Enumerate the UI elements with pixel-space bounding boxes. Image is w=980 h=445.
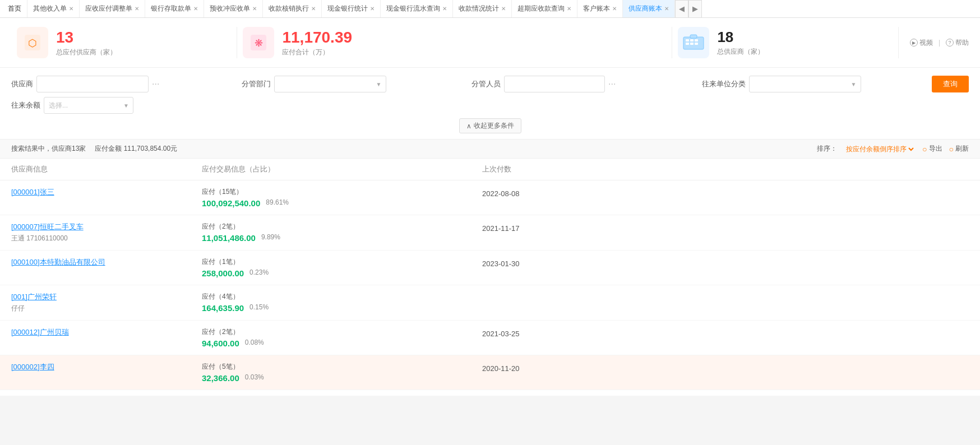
close-tab11[interactable]: ✕ <box>664 6 669 12</box>
table-row: [000002]李四 应付（5笔） 32,366.00 0.03% 2020-1… <box>0 355 980 390</box>
category-input[interactable] <box>749 76 861 92</box>
supplier-link-4[interactable]: [000012]广州贝瑞 <box>11 328 69 336</box>
close-tab4[interactable]: ✕ <box>252 6 257 12</box>
nav-tab-home[interactable]: 首页 <box>2 0 27 18</box>
supplier-link-0[interactable]: [000001]张三 <box>11 188 54 196</box>
nav-tab-9[interactable]: 超期应收款查询 ✕ <box>512 0 577 18</box>
supplier-label: 供应商 <box>11 79 33 89</box>
supplier-sub-3: 仔仔 <box>11 304 202 313</box>
video-link[interactable]: ▶ 视频 <box>910 38 933 48</box>
tx-amount-2: 258,000.00 <box>202 268 244 278</box>
nav-tab-3[interactable]: 银行存取款单 ✕ <box>145 0 204 18</box>
summary-actions: ▶ 视频 | ? 帮助 <box>899 38 969 48</box>
nav-prev-arrow[interactable]: ◀ <box>675 0 688 18</box>
nav-next-arrow[interactable]: ▶ <box>688 0 702 18</box>
balance-filter: 往来余额 ▼ <box>11 97 179 114</box>
supplier-dots-icon[interactable]: ··· <box>152 79 159 89</box>
person-dots-icon[interactable]: ··· <box>608 79 616 89</box>
nav-tab-8[interactable]: 收款情况统计 ✕ <box>453 0 512 18</box>
nav-tab-5[interactable]: 收款核销执行 ✕ <box>263 0 322 18</box>
result-summary-text: 搜索结果中，供应商13家 <box>11 144 86 154</box>
close-tab10[interactable]: ✕ <box>612 6 617 12</box>
supplier-link-1[interactable]: [000007]恒旺二手叉车 <box>11 222 84 231</box>
result-summary: 搜索结果中，供应商13家 应付金额 111,703,854.00元 <box>11 144 177 154</box>
tab9-label: 超期应收款查询 <box>517 4 565 13</box>
cell-transaction-5: 应付（5笔） 32,366.00 0.03% <box>202 362 482 383</box>
refresh-button[interactable]: ○ 刷新 <box>949 144 969 154</box>
close-tab2[interactable]: ✕ <box>135 6 139 12</box>
dept-label: 分管部门 <box>242 79 271 89</box>
card3-icon <box>678 27 709 58</box>
close-tab6[interactable]: ✕ <box>370 6 375 12</box>
category-label: 往来单位分类 <box>702 79 746 89</box>
nav-tab-6[interactable]: 现金银行统计 ✕ <box>322 0 381 18</box>
supplier-sub-1: 王通 17106110000 <box>11 234 202 243</box>
cell-supplier-4: [000012]广州贝瑞 <box>11 327 202 337</box>
table-body: [000001]张三 应付（15笔） 100,092,540.00 89.61%… <box>0 180 980 390</box>
person-filter: 分管人员 ··· <box>471 76 695 92</box>
balance-dropdown[interactable]: ▼ <box>44 97 133 114</box>
close-tab5[interactable]: ✕ <box>311 6 316 12</box>
help-link[interactable]: ? 帮助 <box>946 38 969 48</box>
table-row: [000012]广州贝瑞 应付（2笔） 94,600.00 0.08% 2021… <box>0 321 980 355</box>
tx-row-5: 32,366.00 0.03% <box>202 372 482 383</box>
tx-amount-1: 11,051,486.00 <box>202 233 256 243</box>
person-label: 分管人员 <box>471 79 501 89</box>
table-row: [000007]恒旺二手叉车 王通 17106110000 应付（2笔） 11,… <box>0 215 980 251</box>
collapse-label: 收起更多条件 <box>474 121 514 131</box>
result-bar: 搜索结果中，供应商13家 应付金额 111,703,854.00元 排序： 按应… <box>0 140 980 159</box>
card2-info: 11,170.39 应付合计（万） <box>282 28 352 58</box>
supplier-link-5[interactable]: [000002]李四 <box>11 363 54 371</box>
filter-area: 供应商 ··· 分管部门 ▼ 分管人员 ··· 往来单位分类 ▼ 查询 往来 <box>0 68 980 140</box>
query-button[interactable]: 查询 <box>932 76 969 92</box>
cell-transaction-0: 应付（15笔） 100,092,540.00 89.61% <box>202 187 482 208</box>
top-nav: 首页 其他收入单 ✕ 应收应付调整单 ✕ 银行存取款单 ✕ 预收冲应收单 ✕ 收… <box>0 0 980 18</box>
close-tab8[interactable]: ✕ <box>501 6 506 12</box>
close-tab7[interactable]: ✕ <box>442 6 447 12</box>
nav-tab-10[interactable]: 客户账本 ✕ <box>577 0 623 18</box>
category-dropdown[interactable]: ▼ <box>749 76 861 92</box>
balance-input[interactable] <box>44 97 133 114</box>
tx-amount-0: 100,092,540.00 <box>202 198 260 208</box>
nav-tab-11[interactable]: 供应商账本 ✕ <box>623 0 675 18</box>
collapse-button[interactable]: ∧ 收起更多条件 <box>459 118 521 133</box>
dept-input[interactable] <box>274 76 386 92</box>
card1-info: 13 总应付供应商（家） <box>56 28 117 58</box>
cell-supplier-5: [000002]李四 <box>11 362 202 372</box>
card3-info: 18 总供应商（家） <box>717 29 764 57</box>
svg-rect-9 <box>690 43 694 45</box>
nav-tab-2[interactable]: 应收应付调整单 ✕ <box>80 0 145 18</box>
close-tab3[interactable]: ✕ <box>193 6 198 12</box>
tx-amount-5: 32,366.00 <box>202 373 239 383</box>
close-tab9[interactable]: ✕ <box>567 6 571 12</box>
export-label: 导出 <box>929 144 942 154</box>
export-button[interactable]: ○ 导出 <box>922 144 942 154</box>
refresh-label: 刷新 <box>955 144 969 154</box>
supplier-link-3[interactable]: [001]广州荣轩 <box>11 293 57 301</box>
cell-transaction-3: 应付（4笔） 164,635.90 0.15% <box>202 292 482 313</box>
person-input[interactable] <box>504 76 605 92</box>
cell-last-pay-1: 2021-11-17 <box>482 222 969 233</box>
sort-label: 排序： <box>817 144 837 154</box>
nav-tab-4[interactable]: 预收冲应收单 ✕ <box>204 0 263 18</box>
cell-last-pay-4: 2021-03-25 <box>482 327 969 338</box>
tab8-label: 收款情况统计 <box>459 4 499 13</box>
tx-pct-1: 9.89% <box>261 233 280 241</box>
refresh-circle-icon: ○ <box>949 145 954 154</box>
col-header-last-pay: 上次付数 <box>482 164 969 174</box>
tab1-label: 其他收入单 <box>33 4 67 13</box>
cell-transaction-1: 应付（2笔） 11,051,486.00 9.89% <box>202 222 482 243</box>
supplier-input[interactable] <box>36 76 149 92</box>
nav-tab-1[interactable]: 其他收入单 ✕ <box>27 0 80 18</box>
dept-dropdown[interactable]: ▼ <box>274 76 386 92</box>
summary-card-2: ❋ 11,170.39 应付合计（万） <box>237 27 672 58</box>
tab3-label: 银行存取款单 <box>151 4 191 13</box>
tx-pct-5: 0.03% <box>245 373 264 381</box>
card1-num: 13 <box>56 28 117 47</box>
supplier-link-2[interactable]: [000100]本特勤油品有限公司 <box>11 258 105 266</box>
help-circle-icon: ? <box>946 39 954 47</box>
nav-tab-7[interactable]: 现金银行流水查询 ✕ <box>381 0 453 18</box>
close-tab1[interactable]: ✕ <box>69 6 73 12</box>
tab2-label: 应收应付调整单 <box>85 4 132 13</box>
sort-select[interactable]: 按应付余额倒序排序 <box>844 145 916 154</box>
